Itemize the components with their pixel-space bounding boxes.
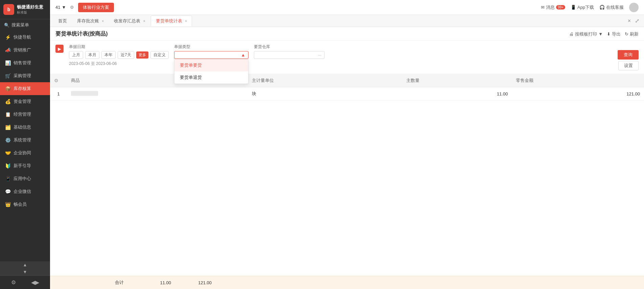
print-btn[interactable]: 🖨 按模板打印 ▼ [569, 31, 603, 37]
refresh-btn[interactable]: ↻ 刷新 [625, 31, 639, 37]
trial-btn[interactable]: 体验行业方案 [78, 3, 114, 12]
online-service-btn[interactable]: 🎧 在线客服 [599, 4, 624, 10]
date-btn-this-year[interactable]: 本年 [101, 51, 116, 59]
collapse-sidebar-btn[interactable]: ◀▶ [31, 279, 39, 286]
cell-qty: 11.00 [402, 87, 512, 101]
footer-amount: 121.00 [185, 280, 225, 285]
content-area: 要货单统计表(按商品) 🖨 按模板打印 ▼ ⬇ 导出 ↻ 刷新 ▶ [50, 27, 644, 289]
sidebar-item-cooperation[interactable]: 🤝 企业协同 [0, 147, 50, 159]
phone-icon: 📱 [571, 5, 576, 10]
message-icon: ✉ [541, 5, 545, 10]
query-btn[interactable]: 查询 [618, 50, 639, 60]
footer-qty: 11.00 [144, 280, 185, 285]
quick-nav-icon: ⚡ [5, 35, 11, 40]
sidebar-item-marketing[interactable]: 📣 营销推广 [0, 44, 50, 57]
user-avatar[interactable] [629, 3, 639, 12]
type-filter-input[interactable]: ▲ [174, 51, 248, 59]
sidebar-item-label: 营销推广 [14, 47, 31, 53]
sidebar-item-wechat[interactable]: 💬 企业微信 [0, 185, 50, 198]
col-unit: 主计量单位 [248, 74, 403, 87]
column-settings-icon[interactable]: ⚙ [54, 78, 58, 83]
sidebar-item-appstore[interactable]: 📱 应用中心 [0, 172, 50, 185]
date-btn-this-month[interactable]: 本月 [85, 51, 99, 59]
sidebar-item-purchase[interactable]: 🛒 采购管理 [0, 69, 50, 82]
tab-label: 库存批次账 [77, 18, 99, 24]
tab-close-icon[interactable]: × [185, 19, 187, 23]
type-dropdown-menu: 要货单要货 要货单退货 [174, 59, 248, 84]
tab-close-icon[interactable]: × [102, 19, 104, 23]
date-btn-last-month[interactable]: 上月 [69, 51, 83, 59]
tab-inventory-batch[interactable]: 库存批次账 × [72, 16, 109, 26]
data-table: ⚙ 商品 主计量单位 主数量 零售金额 1 块 [50, 74, 644, 101]
sidebar-nav: ⚡ 快捷导航 📣 营销推广 📊 销售管理 🛒 采购管理 📦 库存核算 💰 资金管… [0, 31, 50, 261]
store-dropdown-icon: ▼ [62, 5, 66, 10]
sidebar-item-guide[interactable]: 🔰 新手引导 [0, 159, 50, 172]
marketing-icon: 📣 [5, 47, 11, 53]
sidebar: b 畅捷通好生意 标准版 🔍 搜索菜单 ⚡ 快捷导航 📣 营销推广 📊 销售管理… [0, 0, 50, 289]
product-placeholder [71, 91, 98, 96]
store-selector[interactable]: 41 ▼ [55, 5, 66, 10]
type-filter-label: 单据类型 [174, 44, 248, 50]
col-amount: 零售金额 [512, 74, 644, 87]
sidebar-item-label: 应用中心 [14, 176, 31, 182]
settings-icon[interactable]: ⚙ [70, 5, 74, 10]
guide-icon: 🔰 [5, 163, 11, 169]
date-filter-label: 单据日期 [69, 44, 169, 50]
date-btn-more[interactable]: 更多 [136, 51, 148, 59]
cell-seq: 1 [50, 87, 67, 101]
ellipsis-icon: ··· [318, 52, 321, 58]
filter-bar: ▶ 单据日期 上月 本月 本年 近7天 更多 自定义 2023-05-06 至 … [50, 41, 644, 74]
sidebar-item-sales[interactable]: 📊 销售管理 [0, 57, 50, 69]
sidebar-item-finance[interactable]: 💰 资金管理 [0, 95, 50, 108]
basic-icon: 🗂️ [5, 125, 11, 130]
messages-btn[interactable]: ✉ 消息 99+ [541, 4, 565, 10]
dropdown-item-order-goods[interactable]: 要货单要货 [174, 59, 248, 71]
export-btn[interactable]: ⬇ 导出 [607, 31, 621, 37]
filter-expand-btn[interactable]: ▶ [55, 45, 64, 53]
print-icon: 🖨 [569, 31, 574, 37]
sidebar-scroll-up[interactable]: ▲ [0, 261, 50, 268]
page-actions: 🖨 按模板打印 ▼ ⬇ 导出 ↻ 刷新 [569, 31, 639, 37]
tab-home[interactable]: 首页 [53, 16, 72, 26]
tab-order-stats[interactable]: 要货单统计表 × [151, 16, 192, 26]
date-btn-7days[interactable]: 近7天 [118, 51, 134, 59]
sidebar-item-basic[interactable]: 🗂️ 基础信息 [0, 121, 50, 134]
tabs-controls: × ⤢ [626, 17, 641, 25]
sidebar-item-inventory[interactable]: 📦 库存核算 [0, 82, 50, 95]
sidebar-header: b 畅捷通好生意 标准版 [0, 0, 50, 19]
search-label: 搜索菜单 [11, 22, 29, 28]
sidebar-item-quick-nav[interactable]: ⚡ 快捷导航 [0, 31, 50, 44]
settings-btn[interactable]: 设置 [618, 61, 639, 70]
store-name: 41 [55, 5, 60, 10]
table-header-row: ⚙ 商品 主计量单位 主数量 零售金额 [50, 74, 644, 87]
app-logo: b [3, 4, 14, 15]
sidebar-item-label: 系统管理 [14, 137, 31, 143]
sidebar-item-member[interactable]: 👑 畅会员 [0, 198, 50, 211]
type-filter-group: 单据类型 ▲ 要货单要货 要货单退货 [174, 44, 248, 59]
close-all-tabs-btn[interactable]: × [626, 17, 632, 25]
filter-actions: 查询 设置 [618, 50, 639, 70]
date-filter-row: 上月 本月 本年 近7天 更多 自定义 [69, 51, 169, 59]
expand-tabs-btn[interactable]: ⤢ [634, 17, 641, 25]
search-menu[interactable]: 🔍 搜索菜单 [0, 19, 50, 31]
table-wrapper: ⚙ 商品 主计量单位 主数量 零售金额 1 块 [50, 74, 644, 276]
headset-icon: 🎧 [599, 5, 605, 10]
sidebar-item-operation[interactable]: 📋 经营管理 [0, 108, 50, 121]
tab-summary[interactable]: 收发存汇总表 × [109, 16, 150, 26]
sidebar-item-system[interactable]: ⚙️ 系统管理 [0, 134, 50, 147]
messages-label: 消息 [546, 4, 555, 10]
warehouse-filter-input[interactable]: ··· [254, 51, 325, 59]
sidebar-scroll-down[interactable]: ▼ [0, 268, 50, 275]
dropdown-item-order-return[interactable]: 要货单退货 [174, 71, 248, 84]
main-area: 41 ▼ ⚙ 体验行业方案 ✉ 消息 99+ 📱 App下载 🎧 在线客服 [50, 0, 644, 289]
refresh-label: 刷新 [630, 31, 639, 37]
tab-label: 收发存汇总表 [114, 18, 140, 24]
search-icon: 🔍 [4, 23, 9, 28]
cooperation-icon: 🤝 [5, 150, 11, 156]
app-download-btn[interactable]: 📱 App下载 [571, 4, 594, 10]
settings-footer-btn[interactable]: ⚙ [11, 279, 16, 286]
topbar-right: ✉ 消息 99+ 📱 App下载 🎧 在线客服 [541, 3, 639, 12]
online-service-label: 在线客服 [606, 4, 624, 10]
date-btn-custom[interactable]: 自定义 [150, 51, 169, 59]
tab-close-icon[interactable]: × [143, 19, 145, 23]
